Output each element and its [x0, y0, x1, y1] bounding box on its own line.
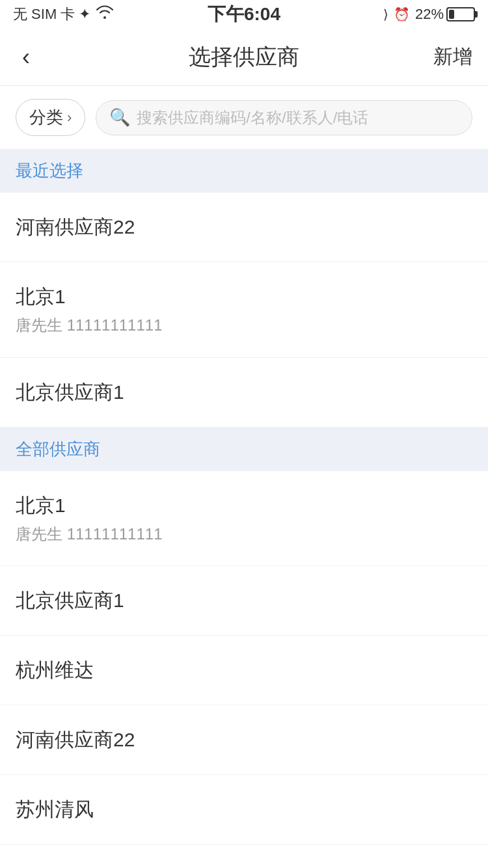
alarm-icon: ⏰: [394, 7, 410, 22]
status-right: ⟩ ⏰ 22%: [383, 6, 475, 23]
item-sub: 唐先生 11111111111: [16, 523, 472, 545]
list-item[interactable]: 杭州维达: [0, 636, 488, 705]
battery-percent: 22%: [415, 6, 444, 23]
search-placeholder: 搜索供应商编码/名称/联系人/电话: [137, 107, 368, 128]
wifi-icon: [96, 5, 114, 23]
page-title: 选择供应商: [189, 42, 299, 72]
item-name: 北京供应商1: [16, 587, 472, 614]
battery: 22%: [415, 6, 475, 23]
list-item[interactable]: 苏州清风: [0, 775, 488, 845]
recent-section-header: 最近选择: [0, 149, 488, 193]
item-name: 北京供应商1: [16, 379, 472, 406]
search-box[interactable]: 🔍 搜索供应商编码/名称/联系人/电话: [96, 100, 472, 135]
list-item[interactable]: 北京1唐先生 11111111111: [0, 262, 488, 358]
list-item[interactable]: 河南供应商22: [0, 705, 488, 775]
battery-box: [446, 7, 475, 21]
chevron-right-icon: ›: [67, 109, 72, 126]
item-name: 北京1: [16, 283, 472, 310]
list-item[interactable]: 北京供应商1: [0, 358, 488, 427]
item-name: 河南供应商22: [16, 213, 472, 241]
list-item[interactable]: 北京1唐先生 11111111111: [0, 471, 488, 567]
recent-list: 河南供应商22北京1唐先生 11111111111北京供应商1: [0, 193, 488, 427]
status-time: 下午6:04: [208, 2, 280, 27]
no-sim-text: 无 SIM 卡 ✦: [13, 5, 90, 24]
add-button[interactable]: 新增: [433, 44, 472, 70]
battery-fill: [449, 10, 454, 19]
status-bar: 无 SIM 卡 ✦ 下午6:04 ⟩ ⏰ 22%: [0, 0, 488, 29]
recent-section-label: 最近选择: [16, 161, 83, 180]
search-icon: 🔍: [109, 107, 130, 128]
all-list: 北京1唐先生 11111111111北京供应商1杭州维达河南供应商22苏州清风: [0, 471, 488, 845]
list-item[interactable]: 北京供应商1: [0, 566, 488, 636]
location-icon: ⟩: [383, 7, 388, 22]
item-name: 北京1: [16, 492, 472, 519]
item-name: 河南供应商22: [16, 726, 472, 753]
nav-bar: ‹ 选择供应商 新增: [0, 29, 488, 86]
all-section-header: 全部供应商: [0, 427, 488, 471]
status-left: 无 SIM 卡 ✦: [13, 5, 114, 24]
all-section-label: 全部供应商: [16, 439, 100, 459]
item-name: 苏州清风: [16, 796, 472, 823]
category-filter[interactable]: 分类 ›: [16, 99, 85, 136]
list-item[interactable]: 河南供应商22: [0, 193, 488, 262]
back-button[interactable]: ‹: [16, 37, 55, 77]
category-label: 分类: [29, 106, 63, 129]
item-sub: 唐先生 11111111111: [16, 314, 472, 336]
filter-bar: 分类 › 🔍 搜索供应商编码/名称/联系人/电话: [0, 86, 488, 149]
item-name: 杭州维达: [16, 657, 472, 684]
